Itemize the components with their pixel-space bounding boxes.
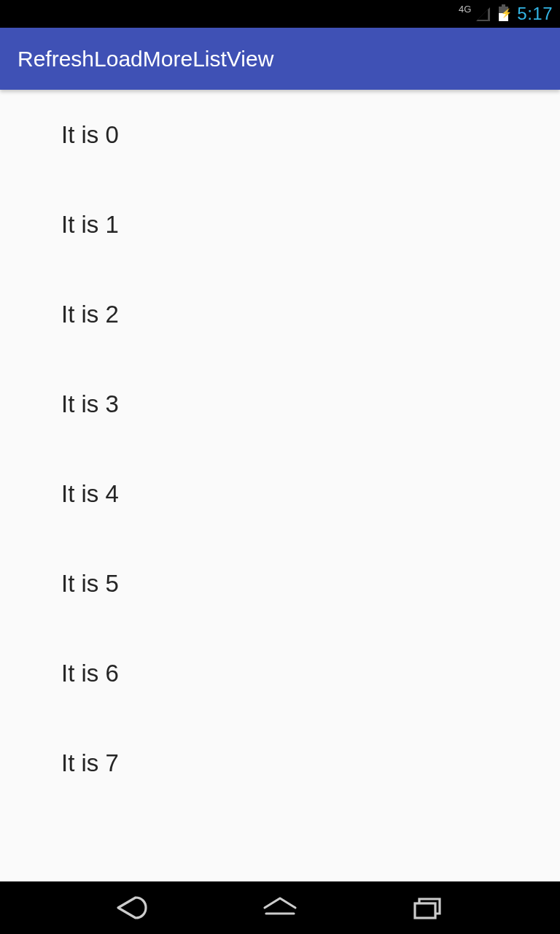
signal-icon xyxy=(476,7,490,21)
list-item[interactable]: It is 1 xyxy=(0,180,560,269)
network-label: 4G xyxy=(459,4,471,15)
home-button[interactable] xyxy=(254,890,306,925)
status-bar: 4G ⚡ 5:17 xyxy=(0,0,560,28)
list-view[interactable]: It is 0It is 1It is 2It is 3It is 4It is… xyxy=(0,90,560,881)
list-item[interactable]: It is 3 xyxy=(0,359,560,449)
list-item[interactable]: It is 7 xyxy=(0,718,560,808)
app-bar: RefreshLoadMoreListView xyxy=(0,28,560,90)
list-item[interactable]: It is 2 xyxy=(0,269,560,359)
page-title: RefreshLoadMoreListView xyxy=(18,47,273,72)
list-item[interactable]: It is 4 xyxy=(0,449,560,539)
clock: 5:17 xyxy=(517,4,553,24)
list-item[interactable]: It is 6 xyxy=(0,628,560,718)
list-item[interactable]: It is 5 xyxy=(0,539,560,628)
nav-bar xyxy=(0,881,560,934)
list-item[interactable]: It is 0 xyxy=(0,90,560,180)
recent-apps-button[interactable] xyxy=(402,890,454,925)
svg-rect-1 xyxy=(415,903,435,918)
back-button[interactable] xyxy=(106,890,158,925)
charging-bolt-icon: ⚡ xyxy=(501,9,512,18)
battery-icon: ⚡ xyxy=(499,7,508,21)
